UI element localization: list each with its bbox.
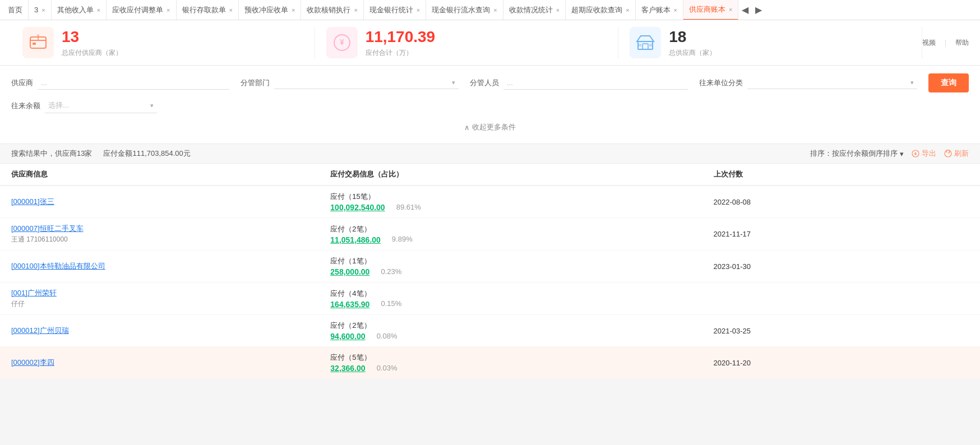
nav-tab-cash-stat-close[interactable]: × [417,7,420,13]
nav-tab-verify-close[interactable]: × [354,7,357,13]
tx-amount-row: 11,051,486.00 9.89% [330,234,412,244]
filter-item-balance: 往来余额 选择... ▾ [11,98,157,113]
nav-tab-bank[interactable]: 银行存取款单 × [177,0,239,20]
filter-input-person[interactable] [503,76,688,90]
tx-amount[interactable]: 164,635.90 [330,300,369,309]
last-pay-cell: 2023-01-30 [714,262,969,271]
nav-tab-3[interactable]: 3 × [29,0,52,20]
collapse-button[interactable]: ∧ 收起更多条件 [461,119,519,136]
tx-amount[interactable]: 258,000.00 [330,267,369,276]
export-icon [912,150,919,157]
nav-tab-bank-close[interactable]: × [229,7,233,13]
supplier-link[interactable]: [000007]恒旺二手叉车 [11,224,84,233]
tx-percent: 0.08% [377,332,397,340]
results-header: 搜索结果中，供应商13家 应付金额111,703,854.00元 排序：按应付余… [0,144,980,164]
video-link[interactable]: 视频 [922,38,936,48]
tx-amount-row: 100,092,540.00 89.61% [330,202,420,212]
supplier-link[interactable]: [000012]广州贝瑞 [11,326,69,335]
tx-amount[interactable]: 11,051,486.00 [330,235,381,244]
nav-tab-verify[interactable]: 收款核销执行 × [301,0,363,20]
supplier-link[interactable]: [000001]张三 [11,197,54,206]
nav-tab-supplier-book-close[interactable]: × [729,6,732,13]
search-button[interactable]: 查询 [928,73,969,92]
filter-select-dept[interactable]: ▾ [274,77,459,89]
tx-info-cell: 应付（2笔） 94,600.00 0.08% [330,321,713,341]
chevron-down-balance-icon: ▾ [150,102,154,109]
filter-row-2: 往来余额 选择... ▾ [11,98,969,113]
stat-label-payable-total: 应付合计（万） [366,48,436,58]
filter-select-category[interactable]: ▾ [747,77,917,89]
nav-tab-cash-flow[interactable]: 现金银行流水查询 × [426,0,503,20]
svg-text:¥: ¥ [340,38,344,47]
nav-tab-pre-receive-close[interactable]: × [292,7,295,13]
tx-amount-row: 94,600.00 0.08% [330,331,397,341]
refresh-button[interactable]: 刷新 [944,149,969,159]
supplier-link[interactable]: [001]广州荣轩 [11,289,57,297]
tx-amount[interactable]: 94,600.00 [330,332,365,341]
tx-row: 应付（4笔） [330,289,371,299]
nav-tab-overdue[interactable]: 超期应收款查询 × [566,0,635,20]
supplier-icon: ¥ [28,33,48,53]
help-link[interactable]: 帮助 [955,38,969,48]
supplier-link[interactable]: [000002]李四 [11,358,54,367]
nav-tab-cash-stat[interactable]: 现金银行统计 × [364,0,426,20]
tx-percent: 0.15% [381,299,401,308]
tx-amount[interactable]: 100,092,540.00 [330,203,385,212]
export-button[interactable]: 导出 [912,149,936,159]
supplier-cell: [000007]恒旺二手叉车 王通 17106110000 [11,224,330,244]
filter-item-supplier: 供应商 [11,76,229,90]
supplier-cell: [000001]张三 [11,197,330,207]
tx-percent: 0.03% [377,364,397,372]
filter-select-balance[interactable]: 选择... ▾ [45,98,157,113]
nav-tab-overdue-close[interactable]: × [626,7,629,13]
nav-tab-3-close[interactable]: × [41,7,45,13]
filter-label-person: 分管人员 [470,78,499,88]
nav-tab-adjust-close[interactable]: × [167,7,170,13]
svg-text:¥: ¥ [36,33,40,38]
payable-icon: ¥ [332,33,352,53]
nav-tab-collection-stat-close[interactable]: × [556,7,560,13]
filter-select-balance-placeholder: 选择... [48,100,69,110]
sort-label: 排序：按应付余额倒序排序 [810,149,898,159]
nav-tab-other-income[interactable]: 其他收入单 × [52,0,107,20]
nav-tab-collection-stat-label: 收款情况统计 [509,5,553,15]
nav-tab-cash-flow-close[interactable]: × [493,7,497,13]
svg-point-10 [945,150,951,157]
tx-percent: 0.23% [381,267,401,276]
stat-number-payable-suppliers: 13 [62,28,122,46]
nav-tab-customer-book[interactable]: 客户账本 × [636,0,683,20]
supplier-link[interactable]: [000100]本特勒油品有限公司 [11,262,105,270]
last-pay-cell: 2021-03-25 [714,327,969,335]
stat-info-total-suppliers: 18 总供应商（家） [669,28,716,58]
nav-tab-collection-stat[interactable]: 收款情况统计 × [503,0,566,20]
nav-tab-pre-receive[interactable]: 预收冲应收单 × [239,0,301,20]
results-actions: 排序：按应付余额倒序排序 ▾ 导出 刷新 [810,149,969,159]
tx-row: 应付（2笔） [330,224,371,234]
nav-tab-other-income-close[interactable]: × [97,7,100,13]
nav-next-arrow[interactable]: ▶ [752,4,765,15]
top-navigation: 首页 3 × 其他收入单 × 应收应付调整单 × 银行存取款单 × 预收冲应收单… [0,0,980,20]
nav-tab-adjust[interactable]: 应收应付调整单 × [107,0,176,20]
tx-label: 应付（2笔） [330,224,371,234]
supplier-cell: [000100]本特勒油品有限公司 [11,261,330,271]
tx-info-cell: 应付（15笔） 100,092,540.00 89.61% [330,192,713,212]
filter-input-supplier[interactable] [38,76,229,90]
tx-info-cell: 应付（2笔） 11,051,486.00 9.89% [330,224,713,244]
table-row: [000001]张三 应付（15笔） 100,092,540.00 89.61%… [0,186,980,218]
table-header: 供应商信息 应付交易信息（占比） 上次付数 [0,164,980,186]
sort-button[interactable]: 排序：按应付余额倒序排序 ▾ [810,149,904,159]
tx-amount-row: 32,366.00 0.03% [330,363,397,373]
nav-tab-customer-book-close[interactable]: × [674,7,677,13]
nav-tab-cash-flow-label: 现金银行流水查询 [432,5,490,15]
sort-icon: ▾ [900,150,904,158]
filter-label-dept: 分管部门 [241,78,270,88]
tx-row: 应付（1笔） [330,256,371,266]
tx-amount[interactable]: 32,366.00 [330,364,365,373]
results-summary-suppliers: 搜索结果中，供应商13家 [11,149,92,159]
stat-info-payable-suppliers: 13 总应付供应商（家） [62,28,122,58]
nav-tab-supplier-book[interactable]: 供应商账本 × [683,0,738,20]
nav-tab-home[interactable]: 首页 [2,0,29,20]
tx-row: 应付（5笔） [330,353,371,363]
data-table: 供应商信息 应付交易信息（占比） 上次付数 [000001]张三 应付（15笔）… [0,164,980,379]
nav-prev-arrow[interactable]: ◀ [738,4,752,15]
